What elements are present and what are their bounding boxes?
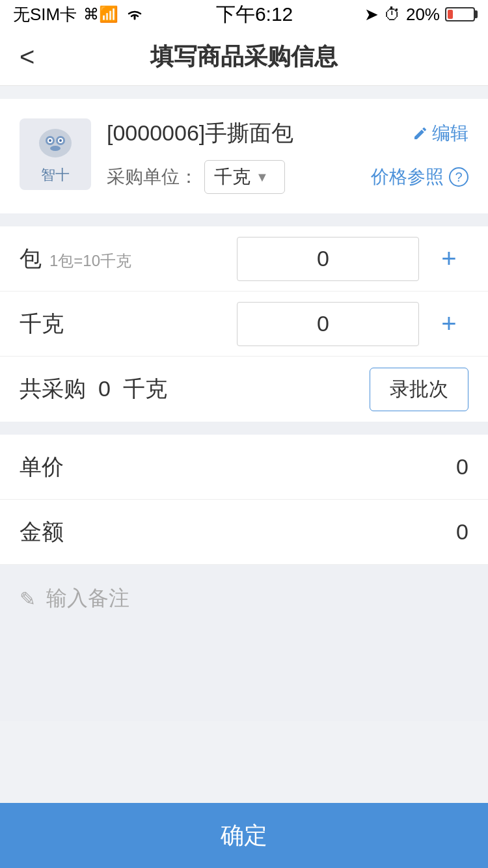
remark-placeholder-row: ✎ 输入备注	[20, 584, 468, 613]
price-ref-button[interactable]: 价格参照 ?	[371, 165, 468, 189]
battery-percent: 20%	[406, 5, 440, 25]
pack-label: 包 1包=10千克	[20, 244, 131, 274]
product-name-row: [0000006]手撕面包 编辑	[107, 118, 468, 148]
battery-icon	[445, 7, 475, 21]
total-row: 共采购 0 千克 录批次	[0, 357, 488, 422]
svg-point-6	[59, 139, 62, 142]
status-right: ➤ ⏱ 20%	[364, 5, 475, 25]
status-time: 下午6:12	[216, 1, 293, 28]
amount-value: 0	[456, 519, 468, 545]
info-icon: ?	[449, 167, 468, 187]
wifi-signal-icon	[125, 7, 144, 21]
kg-label: 千克	[20, 309, 85, 339]
pack-input-row: 包 1包=10千克 +	[0, 226, 488, 292]
svg-point-0	[39, 129, 72, 157]
kg-plus-button[interactable]: +	[429, 305, 468, 344]
purchase-unit-label: 采购单位：	[107, 165, 198, 189]
section-divider-1	[0, 213, 488, 226]
unit-value: 千克	[214, 165, 251, 189]
total-prefix: 共采购	[20, 376, 86, 401]
location-icon: ➤	[364, 5, 379, 25]
kg-input-row: 千克 +	[0, 292, 488, 357]
price-row: 单价 0	[0, 435, 488, 500]
total-text: 共采购 0 千克	[20, 374, 167, 404]
status-left: 无SIM卡 ⌘📶	[13, 3, 144, 26]
purchase-unit-row: 采购单位： 千克 ▼ 价格参照 ?	[107, 160, 468, 194]
svg-point-7	[50, 146, 61, 151]
kg-input-right: +	[85, 302, 468, 346]
remark-placeholder-text: 输入备注	[46, 584, 129, 613]
product-info: [0000006]手撕面包 编辑 采购单位： 千克 ▼ 价格参照 ?	[107, 118, 468, 194]
kg-input[interactable]	[237, 302, 419, 346]
remark-area[interactable]: ✎ 输入备注	[0, 565, 488, 721]
carrier-text: 无SIM卡	[13, 3, 77, 26]
pack-plus-button[interactable]: +	[429, 239, 468, 278]
product-image: 智十	[20, 118, 91, 190]
total-unit: 千克	[123, 376, 167, 401]
edit-icon	[413, 126, 428, 141]
alarm-icon: ⏱	[384, 5, 401, 25]
amount-row: 金额 0	[0, 500, 488, 565]
price-ref-label: 价格参照	[371, 165, 444, 189]
edit-button[interactable]: 编辑	[413, 121, 468, 146]
page-title: 填写商品采购信息	[150, 41, 338, 73]
status-bar: 无SIM卡 ⌘📶 下午6:12 ➤ ⏱ 20%	[0, 0, 488, 29]
product-card: 智十 [0000006]手撕面包 编辑 采购单位： 千克 ▼ 价格参照 ?	[0, 99, 488, 213]
pack-input-right: +	[131, 237, 468, 281]
svg-point-5	[49, 139, 51, 142]
product-name: [0000006]手撕面包	[107, 118, 293, 148]
amount-label: 金额	[20, 517, 64, 547]
total-amount: 0	[98, 376, 111, 401]
chevron-down-icon: ▼	[256, 170, 269, 185]
pack-sublabel: 1包=10千克	[49, 251, 131, 271]
record-batch-button[interactable]: 录批次	[370, 368, 468, 411]
pack-input[interactable]	[237, 237, 419, 281]
nav-bar: < 填写商品采购信息	[0, 29, 488, 86]
section-divider-2	[0, 422, 488, 435]
product-logo-text: 智十	[41, 165, 70, 185]
price-label: 单价	[20, 452, 64, 482]
unit-select[interactable]: 千克 ▼	[204, 160, 285, 194]
price-value: 0	[456, 454, 468, 480]
back-button[interactable]: <	[20, 42, 34, 72]
wifi-icon: ⌘📶	[83, 5, 118, 23]
edit-label: 编辑	[432, 121, 468, 146]
pencil-icon: ✎	[20, 588, 36, 610]
confirm-button[interactable]: 确定	[0, 803, 488, 868]
